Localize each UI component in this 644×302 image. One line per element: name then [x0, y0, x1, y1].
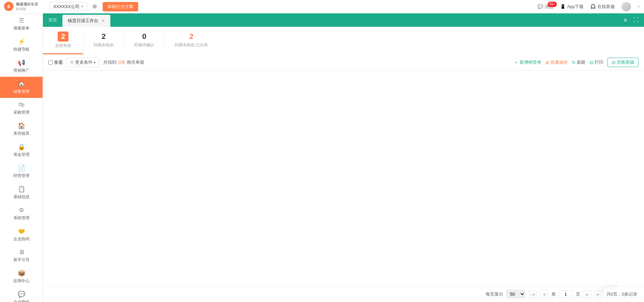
stat-card-overdue[interactable]: 2 到期未收款: [84, 27, 124, 54]
refresh-label: 刷新: [577, 59, 586, 65]
tab-bar: 首页 钱货日清工作台 ✕ ✕ ⛶: [43, 13, 644, 27]
stat-number-overdue: 2: [102, 32, 106, 41]
sidebar-label-enterprise: 企业协同: [13, 236, 30, 242]
per-page-label: 每页显示: [486, 291, 503, 297]
sidebar-item-basic-info[interactable]: 📋 基础信息: [0, 182, 43, 203]
switch-new-version-button[interactable]: ⊟ 切换新版: [607, 58, 639, 67]
stat-number-all: 2: [58, 32, 68, 42]
top-header: 6 畅捷通好生意 标准版 XXXXXX公司 ▾ ⚙ 体验行业方案 💬 消息 99…: [0, 0, 644, 13]
last-page-button[interactable]: ▶|: [595, 290, 603, 298]
settings-button[interactable]: ⚙: [90, 2, 99, 11]
content-area: 首页 钱货日清工作台 ✕ ✕ ⛶ 2 全部单据: [43, 13, 644, 302]
stat-card-pending[interactable]: 0 旺辅待确认: [124, 27, 164, 54]
sidebar-item-sales[interactable]: 🏠 销售管理: [0, 77, 43, 98]
current-page-input[interactable]: [559, 290, 573, 298]
sidebar-label-quick-nav: 快捷导航: [13, 47, 30, 52]
app-center-icon: 📦: [18, 269, 25, 277]
inventory-icon: 🏠: [18, 122, 25, 129]
toolbar: 全选 ▽ 更多条件 ▾ 共找到 0张 相关单据 ＋ 新增销货单: [43, 54, 644, 71]
stat-label-shipped: 到期未收款 已出库: [175, 42, 208, 48]
sidebar-label-system: 系统管理: [13, 215, 30, 221]
chevron-down-icon: ▾: [82, 4, 84, 9]
stat-number-shipped: 2: [190, 32, 194, 41]
sidebar-label-app-center: 应用中心: [13, 278, 30, 284]
tab-home[interactable]: 首页: [43, 13, 62, 27]
basic-info-icon: 📋: [18, 185, 25, 193]
operations-icon: 📄: [18, 164, 25, 172]
switch-icon: ⊟: [612, 60, 615, 65]
tab-close-icon[interactable]: ✕: [102, 18, 105, 23]
switch-btn-label: 切换新版: [617, 59, 634, 65]
marketing-icon: 📢: [18, 59, 25, 66]
total-info: 共0页，0条记录: [606, 291, 637, 297]
sidebar-label-basic-info: 基础信息: [13, 194, 30, 200]
app-download-action[interactable]: 📱 App下载: [560, 4, 584, 10]
message-badge: 99+: [548, 2, 557, 7]
sidebar-item-enterprise[interactable]: 🤝 企业协同: [0, 224, 43, 245]
sales-icon: 🏠: [18, 80, 25, 87]
add-icon: ＋: [514, 59, 518, 65]
app-download-label: App下载: [567, 4, 584, 10]
minimize-icon: ✕: [623, 17, 628, 23]
prev-page-button[interactable]: ◀: [540, 290, 548, 298]
sidebar-item-quick-nav[interactable]: ⚡ 快捷导航: [0, 35, 43, 56]
stat-card-shipped[interactable]: 2 到期未收款 已出库: [165, 27, 218, 54]
stat-number-pending: 0: [142, 32, 146, 41]
online-service-action[interactable]: 🎧 在线客服: [590, 4, 615, 10]
tab-work-bench[interactable]: 钱货日清工作台 ✕: [62, 15, 110, 27]
gear-icon: ⚙: [92, 3, 97, 10]
refresh-button[interactable]: ↻ 刷新: [572, 59, 586, 65]
enterprise-wx-icon: 💬: [18, 291, 25, 298]
company-name: XXXXXX公司: [53, 4, 79, 10]
sidebar-item-finance[interactable]: 🔒 资金管理: [0, 140, 43, 161]
user-name-area[interactable]: ▾: [638, 4, 640, 9]
sidebar-item-guide[interactable]: 🖥 新手引导: [0, 245, 43, 266]
first-page-button[interactable]: |◀: [529, 290, 537, 298]
sidebar-item-operations[interactable]: 📄 经营管理: [0, 161, 43, 182]
avatar[interactable]: [622, 2, 631, 11]
page-size-select[interactable]: 20 50 100: [506, 290, 525, 298]
avatar-image: [622, 2, 631, 11]
add-sale-button[interactable]: ＋ 新增销货单: [514, 59, 541, 65]
found-prefix: 共找到: [103, 60, 116, 65]
tab-maximize-button[interactable]: ⛶: [632, 16, 640, 24]
system-icon: ⚙: [19, 206, 24, 214]
sidebar-item-marketing[interactable]: 📢 营销推广: [0, 56, 43, 77]
tab-home-label: 首页: [48, 17, 57, 23]
refresh-icon: ↻: [572, 60, 576, 65]
logo-text-group: 畅捷通好生意 标准版: [16, 2, 38, 11]
toolbar-right: ＋ 新增销货单 ⊞ 批量操作 ↻ 刷新 ⊟ 打印: [514, 58, 639, 67]
tab-bar-actions: ✕ ⛶: [621, 16, 644, 24]
sidebar-item-enterprise-wx[interactable]: 💬 企业微信: [0, 287, 43, 302]
experience-button[interactable]: 体验行业方案: [103, 2, 138, 11]
tab-work-bench-label: 钱货日清工作台: [68, 18, 98, 24]
sidebar-label-enterprise-wx: 企业微信: [13, 299, 30, 302]
guide-icon: 🖥: [18, 249, 24, 256]
message-action[interactable]: 💬 消息 99+: [538, 4, 553, 10]
filter-button[interactable]: ▽ 更多条件 ▾: [67, 58, 99, 67]
company-selector[interactable]: XXXXXX公司 ▾: [50, 2, 87, 11]
sidebar: ☰ 搜索菜单 ⚡ 快捷导航 📢 营销推广 🏠 销售管理 🛍 采购管理 🏠 库存核…: [0, 13, 43, 302]
batch-action-button[interactable]: ⊞ 批量操作: [545, 59, 568, 65]
sidebar-item-app-center[interactable]: 📦 应用中心: [0, 266, 43, 287]
sidebar-item-search-menu[interactable]: ☰ 搜索菜单: [0, 13, 43, 35]
batch-icon: ⊞: [545, 60, 549, 65]
finance-icon: 🔒: [18, 143, 25, 150]
select-all-input[interactable]: [48, 60, 53, 65]
tab-minimize-button[interactable]: ✕: [621, 16, 629, 24]
sidebar-item-system[interactable]: ⚙ 系统管理: [0, 203, 43, 224]
select-all-checkbox[interactable]: 全选: [48, 59, 63, 65]
add-sale-label: 新增销货单: [520, 59, 541, 65]
purchase-icon: 🛍: [18, 101, 24, 108]
service-icon: 🎧: [590, 4, 596, 9]
sidebar-label-inventory: 库存核算: [13, 131, 30, 136]
sidebar-label-operations: 经营管理: [13, 173, 30, 179]
print-button[interactable]: ⊟ 打印: [590, 59, 603, 65]
pagination-bar: 每页显示 20 50 100 |◀ ◀ 第 页 ▶ ▶| 共0页，0条记录: [43, 286, 644, 302]
filter-btn-label: 更多条件: [75, 59, 93, 65]
search-menu-icon: ☰: [19, 17, 24, 24]
sidebar-item-inventory[interactable]: 🏠 库存核算: [0, 119, 43, 140]
sidebar-item-purchase[interactable]: 🛍 采购管理: [0, 98, 43, 119]
next-page-button[interactable]: ▶: [584, 290, 592, 298]
stat-card-all[interactable]: 2 全部单据: [43, 27, 83, 54]
